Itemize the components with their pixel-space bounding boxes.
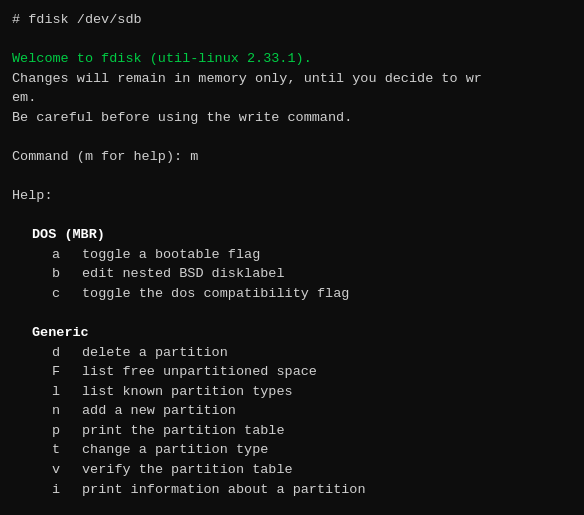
blank-2 xyxy=(12,127,572,147)
generic-letter-p: p xyxy=(52,421,82,441)
generic-desc-n: add a new partition xyxy=(82,401,236,421)
generic-item-i: i print information about a partition xyxy=(52,480,572,500)
generic-letter-d: d xyxy=(52,343,82,363)
blank-3 xyxy=(12,167,572,187)
generic-items-list: d delete a partition F list free unparti… xyxy=(32,343,572,500)
generic-item-p: p print the partition table xyxy=(52,421,572,441)
welcome-line1: Welcome to fdisk (util-linux 2.33.1). xyxy=(12,49,572,69)
command-prompt-line: Command (m for help): m xyxy=(12,147,572,167)
generic-letter-F: F xyxy=(52,362,82,382)
dos-desc-c: toggle the dos compatibility flag xyxy=(82,284,349,304)
dos-desc-b: edit nested BSD disklabel xyxy=(82,264,285,284)
generic-desc-p: print the partition table xyxy=(82,421,285,441)
generic-letter-l: l xyxy=(52,382,82,402)
dos-items-list: a toggle a bootable flag b edit nested B… xyxy=(32,245,572,304)
welcome-line3: em. xyxy=(12,88,572,108)
generic-desc-v: verify the partition table xyxy=(82,460,293,480)
blank-1 xyxy=(12,30,572,50)
generic-desc-d: delete a partition xyxy=(82,343,228,363)
generic-desc-i: print information about a partition xyxy=(82,480,366,500)
dos-letter-a: a xyxy=(52,245,82,265)
help-label: Help: xyxy=(12,186,572,206)
generic-desc-t: change a partition type xyxy=(82,440,268,460)
dos-header: DOS (MBR) xyxy=(32,225,572,245)
generic-section: Generic d delete a partition F list free… xyxy=(12,323,572,499)
dos-desc-a: toggle a bootable flag xyxy=(82,245,260,265)
generic-item-t: t change a partition type xyxy=(52,440,572,460)
dos-item-b: b edit nested BSD disklabel xyxy=(52,264,572,284)
dos-section: DOS (MBR) a toggle a bootable flag b edi… xyxy=(12,225,572,303)
generic-item-v: v verify the partition table xyxy=(52,460,572,480)
generic-letter-v: v xyxy=(52,460,82,480)
blank-4 xyxy=(12,206,572,226)
blank-5 xyxy=(12,303,572,323)
generic-item-d: d delete a partition xyxy=(52,343,572,363)
generic-letter-i: i xyxy=(52,480,82,500)
generic-desc-l: list known partition types xyxy=(82,382,293,402)
dos-letter-c: c xyxy=(52,284,82,304)
terminal-window: # fdisk /dev/sdb Welcome to fdisk (util-… xyxy=(0,0,584,515)
dos-item-c: c toggle the dos compatibility flag xyxy=(52,284,572,304)
prompt-text: # fdisk /dev/sdb xyxy=(12,12,142,27)
generic-item-l: l list known partition types xyxy=(52,382,572,402)
dos-letter-b: b xyxy=(52,264,82,284)
generic-desc-F: list free unpartitioned space xyxy=(82,362,317,382)
generic-item-F: F list free unpartitioned space xyxy=(52,362,572,382)
welcome-line4: Be careful before using the write comman… xyxy=(12,108,572,128)
generic-item-n: n add a new partition xyxy=(52,401,572,421)
prompt-line: # fdisk /dev/sdb xyxy=(12,10,572,30)
generic-header: Generic xyxy=(32,323,572,343)
welcome-line2: Changes will remain in memory only, unti… xyxy=(12,69,572,89)
dos-item-a: a toggle a bootable flag xyxy=(52,245,572,265)
generic-letter-n: n xyxy=(52,401,82,421)
generic-letter-t: t xyxy=(52,440,82,460)
